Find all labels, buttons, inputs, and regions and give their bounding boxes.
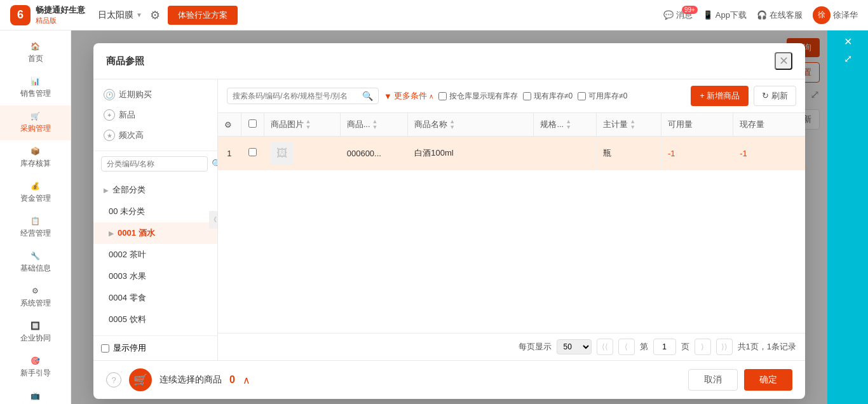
trial-button[interactable]: 体验行业方案	[168, 6, 238, 25]
th-image-sort[interactable]: 商品图片 ▲▼	[271, 119, 334, 130]
quick-list: 🕐 近期购买 ✦ 新品 ★ 频次高	[93, 79, 217, 151]
teal-expand-button[interactable]: ⤢	[844, 53, 852, 65]
cart-badge-wrap[interactable]: 🛒	[129, 368, 152, 391]
next-page-button[interactable]: ⟩	[695, 339, 711, 355]
sidebar-item-guide[interactable]: 🎯 新手引导	[0, 350, 71, 385]
cat-tree-0005[interactable]: 0005 饮料	[93, 309, 217, 330]
last-page-button[interactable]: ⟩⟩	[716, 339, 733, 355]
th-code-sort[interactable]: 商品... ▲▼	[347, 119, 401, 130]
logo-icon: 6	[10, 5, 31, 25]
sidebar-item-management[interactable]: 📋 经营管理	[0, 210, 71, 245]
current-stock-checkbox[interactable]	[523, 92, 531, 100]
sidebar-item-apps[interactable]: 📺 应用中心	[0, 385, 71, 404]
guide-icon: 🎯	[31, 356, 40, 365]
filter-icon: ▼	[384, 91, 392, 101]
system-icon: ⚙	[32, 286, 39, 295]
quick-item-recent[interactable]: 🕐 近期购买	[93, 84, 217, 105]
prev-page-button[interactable]: ⟨	[618, 339, 635, 355]
cat-collapse-button[interactable]: 《	[209, 211, 218, 229]
page-size-select[interactable]: 50 10 20 100	[557, 339, 592, 354]
cat-tree-0008[interactable]: 0008 水	[93, 330, 217, 335]
td-image: 🖼	[264, 137, 340, 170]
sidebar-item-sales[interactable]: 📊 销售管理	[0, 71, 71, 105]
quick-item-new[interactable]: ✦ 新品	[93, 105, 217, 125]
cancel-button[interactable]: 取消	[688, 369, 738, 391]
th-checkbox[interactable]	[241, 113, 264, 137]
toolbar-right: + 新增商品 ↻ 刷新	[691, 86, 796, 106]
th-settings[interactable]: ⚙	[218, 113, 241, 137]
bottom-bar: ? 🛒 连续选择的商品 0 ∧ 取消 确定	[93, 360, 805, 399]
cat-tree-0002[interactable]: 0002 茶叶	[93, 244, 217, 266]
search-button[interactable]: 🔍	[362, 91, 373, 101]
sort-icon: ▲▼	[306, 119, 311, 130]
management-icon: 📋	[31, 217, 40, 226]
gear-icon[interactable]: ⚙	[150, 8, 160, 22]
sidebar-item-inventory[interactable]: 📦 库存核算	[0, 140, 71, 175]
th-image: 商品图片 ▲▼	[264, 113, 340, 137]
total-label: 共1页，1条记录	[738, 341, 796, 353]
message-nav-item[interactable]: 💬 消息 99+	[663, 10, 693, 21]
modal-close-button[interactable]: ✕	[775, 52, 792, 70]
cat-tree-0003[interactable]: 0003 水果	[93, 266, 217, 287]
search-input[interactable]	[233, 91, 360, 100]
help-icon[interactable]: ?	[106, 372, 121, 387]
sidebar-item-home[interactable]: 🏠 首页	[0, 36, 71, 71]
quick-item-frequent[interactable]: ★ 频次高	[93, 125, 217, 145]
logo-text: 畅捷通好生意 精品版	[36, 4, 85, 25]
sidebar-item-basic[interactable]: 🔧 基础信息	[0, 245, 71, 280]
th-spec: 规格... ▲▼	[534, 113, 597, 137]
warehouse-checkbox-label[interactable]: 按仓库显示现有库存	[438, 91, 518, 102]
display-stopped-checkbox[interactable]	[101, 344, 109, 353]
table-row[interactable]: 1 🖼	[218, 137, 805, 170]
warehouse-checkbox[interactable]	[438, 92, 447, 100]
basic-icon: 🔧	[31, 252, 40, 260]
available-stock-checkbox-label[interactable]: 可用库存≠0	[578, 91, 627, 102]
nav-selector[interactable]: 日太阳膜 ▼	[98, 10, 142, 21]
sidebar-item-system[interactable]: ⚙ 系统管理	[0, 280, 71, 315]
th-name-sort[interactable]: 商品名称 ▲▼	[414, 119, 527, 130]
select-all-checkbox[interactable]	[248, 119, 257, 128]
user-nav-item[interactable]: 徐 徐泽华	[813, 6, 858, 24]
app-download-nav-item[interactable]: 📱 App下载	[703, 10, 747, 21]
pagination-row: 每页显示 50 10 20 100 ⟨⟨ ⟨ 第 页	[218, 333, 805, 360]
cat-search-button[interactable]: 🔍	[212, 159, 218, 169]
td-checkbox[interactable]	[241, 137, 264, 170]
content-area: 查询 设置 ✕ ⤢ 刷新 商品参照 ✕	[71, 30, 827, 404]
frequent-icon: ★	[104, 130, 115, 141]
sidebar-item-finance[interactable]: 💰 资金管理	[0, 175, 71, 210]
filter-button[interactable]: ▼ 更多条件 ∧	[384, 90, 433, 102]
td-code: 000600...	[340, 137, 407, 170]
inventory-icon: 📦	[31, 147, 40, 156]
cat-tree-all[interactable]: ▶ 全部分类	[93, 179, 217, 201]
cat-footer: 显示停用	[93, 335, 217, 360]
current-stock-checkbox-label[interactable]: 现有库存≠0	[523, 91, 573, 102]
th-spec-sort[interactable]: 规格... ▲▼	[540, 119, 590, 130]
cat-tree: ▶ 全部分类 00 未分类 ▶ 0001 酒水 0002 茶	[93, 177, 217, 335]
th-unit-sort[interactable]: 主计量 ▲▼	[603, 119, 654, 130]
phone-icon: 📱	[703, 10, 713, 20]
td-name: 白酒100ml	[408, 137, 534, 170]
cat-tree-0001[interactable]: ▶ 0001 酒水	[93, 222, 217, 244]
confirm-button[interactable]: 确定	[744, 369, 792, 391]
product-modal: 商品参照 ✕ 🕐 近期购买 ✦	[93, 43, 805, 399]
row-checkbox[interactable]	[248, 148, 257, 156]
collapse-button[interactable]: ∧	[243, 374, 250, 386]
td-unit: 瓶	[597, 137, 661, 170]
cat-tree-0004[interactable]: 0004 零食	[93, 287, 217, 309]
cat-search-input[interactable]	[101, 156, 208, 172]
message-icon: 💬	[663, 10, 674, 20]
cat-tree-00[interactable]: 00 未分类	[93, 201, 217, 222]
add-product-button[interactable]: + 新增商品	[691, 86, 749, 106]
first-page-button[interactable]: ⟨⟨	[597, 339, 613, 355]
teal-close-button[interactable]: ✕	[844, 36, 852, 48]
table-refresh-button[interactable]: ↻ 刷新	[754, 86, 796, 106]
service-nav-item[interactable]: 🎧 在线客服	[757, 10, 803, 21]
sidebar-item-purchase[interactable]: 🛒 采购管理	[0, 105, 71, 140]
page-input[interactable]	[653, 339, 676, 355]
th-name: 商品名称 ▲▼	[408, 113, 534, 137]
modal-overlay: 商品参照 ✕ 🕐 近期购买 ✦	[71, 30, 827, 404]
recent-icon: 🕐	[104, 89, 115, 100]
sidebar-item-collab[interactable]: 🔲 企业协同	[0, 315, 71, 350]
available-stock-checkbox[interactable]	[578, 92, 586, 100]
sort-icon-code: ▲▼	[372, 119, 378, 130]
